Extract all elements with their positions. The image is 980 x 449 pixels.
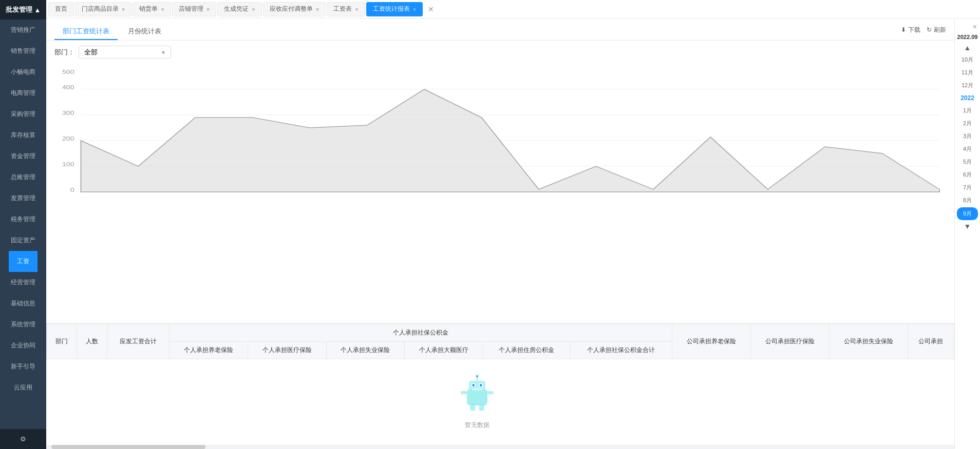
sidebar-item-发票管理[interactable]: 发票管理 [9, 188, 37, 209]
sidebar-item-云应用[interactable]: 云应用 [9, 377, 37, 398]
sidebar-item-系统管理[interactable]: 系统管理 [9, 314, 37, 335]
timeline-nav-up[interactable]: ▲ [963, 42, 973, 53]
timeline-month-5[interactable]: 5月 [955, 155, 980, 168]
download-icon: ⬇ [901, 26, 906, 33]
col-personal-housing: 个人承担住房公积金 [483, 342, 570, 359]
timeline-header: 2022.09 [956, 32, 979, 42]
sidebar-item-库存核算[interactable]: 库存核算 [9, 125, 37, 146]
sidebar-footer[interactable]: ⚙ [0, 429, 46, 449]
svg-text:300: 300 [62, 110, 74, 116]
timeline-close-button[interactable]: × [973, 23, 977, 31]
tab-首页[interactable]: 首页 [48, 2, 74, 16]
tab-label: 门店商品目录 [82, 5, 119, 13]
col-company-unemployment: 公司承担失业保险 [830, 324, 908, 359]
tab-label: 店铺管理 [179, 5, 203, 13]
tab-店铺管理[interactable]: 店铺管理× [172, 2, 216, 16]
download-label: 下载 [908, 26, 920, 34]
tab-close-icon[interactable]: × [316, 6, 319, 12]
col-company-medical: 公司承担医疗保险 [751, 324, 830, 359]
department-select[interactable]: 全部 [79, 46, 171, 58]
timeline-nav-down[interactable]: ▼ [963, 221, 973, 232]
timeline-month-4[interactable]: 4月 [955, 143, 980, 155]
svg-rect-23 [470, 404, 475, 411]
sidebar-header[interactable]: 批发管理 ▲ [0, 0, 46, 19]
sidebar-item-工资[interactable]: 工资 [9, 251, 37, 272]
sidebar-item-营销推广[interactable]: 营销推广 [9, 19, 37, 41]
timeline-month-8[interactable]: 8月 [955, 194, 980, 207]
sidebar-item-采购管理[interactable]: 采购管理 [9, 104, 37, 125]
svg-text:200: 200 [62, 135, 74, 142]
col-count: 人数 [77, 324, 107, 359]
svg-text:0: 0 [70, 187, 74, 193]
sidebar-item-销售管理[interactable]: 销售管理 [9, 41, 37, 62]
sidebar-item-资金管理[interactable]: 资金管理 [9, 146, 37, 167]
sidebar-item-经营管理[interactable]: 经营管理 [9, 272, 37, 293]
refresh-button[interactable]: ↻ 刷新 [927, 26, 946, 34]
svg-text:100: 100 [62, 161, 74, 167]
tab-close-icon[interactable]: × [206, 6, 210, 12]
timeline-month-12[interactable]: 12月 [955, 79, 980, 92]
filter-label: 部门： [54, 48, 74, 57]
tab-close-icon[interactable]: × [161, 6, 164, 12]
tab-工资表[interactable]: 工资表× [327, 2, 365, 16]
timeline-month-10[interactable]: 10月 [955, 53, 980, 66]
content-area: 部门工资统计表 月份统计表 ⬇ 下载 ↻ 刷新 部门： [46, 18, 954, 449]
toolbar-right: ⬇ 下载 ↻ 刷新 [901, 26, 946, 38]
sidebar-header-label: 批发管理 [6, 5, 32, 14]
tab-close-icon[interactable]: × [413, 6, 416, 12]
sub-tab-monthly[interactable]: 月份统计表 [120, 24, 169, 40]
col-company-pension: 公司承担养老保险 [672, 324, 751, 359]
tab-工资统计报表[interactable]: 工资统计报表× [366, 2, 423, 16]
tab-label: 工资统计报表 [373, 5, 410, 13]
tab-close-icon[interactable]: × [355, 6, 358, 12]
sidebar-item-税务管理[interactable]: 税务管理 [9, 209, 37, 230]
sub-tabs-bar: 部门工资统计表 月份统计表 ⬇ 下载 ↻ 刷新 [46, 18, 954, 41]
sidebar-item-小畅电商[interactable]: 小畅电商 [9, 62, 37, 83]
col-total-wage: 应发工资合计 [107, 324, 169, 359]
tab-应收应付调整单[interactable]: 应收应付调整单× [263, 2, 326, 16]
main-area: 首页门店商品目录×销货单×店铺管理×生成凭证×应收应付调整单×工资表×工资统计报… [46, 0, 980, 449]
tab-close-icon[interactable]: × [252, 6, 255, 12]
empty-robot-icon [457, 375, 498, 416]
tab-门店商品目录[interactable]: 门店商品目录× [75, 2, 131, 16]
close-all-button[interactable]: ✕ [428, 5, 434, 13]
sidebar-item-新手引导[interactable]: 新手引导 [9, 356, 37, 377]
sidebar-item-基础信息[interactable]: 基础信息 [9, 293, 37, 314]
tab-label: 销货单 [139, 5, 158, 13]
empty-text: 暂无数据 [465, 421, 489, 430]
tabs-container: 首页门店商品目录×销货单×店铺管理×生成凭证×应收应付调整单×工资表×工资统计报… [48, 2, 423, 16]
col-personal-total: 个人承担社保公积金合计 [570, 342, 672, 359]
sidebar-item-企业协同[interactable]: 企业协同 [9, 335, 37, 356]
sidebar-item-电商管理[interactable]: 电商管理 [9, 83, 37, 104]
timeline-month-2[interactable]: 2月 [955, 117, 980, 130]
tab-销货单[interactable]: 销货单× [133, 2, 171, 16]
col-personal-unemployment: 个人承担失业保险 [326, 342, 405, 359]
timeline-month-7[interactable]: 7月 [955, 181, 980, 194]
svg-point-19 [480, 384, 482, 386]
svg-point-26 [476, 375, 479, 378]
svg-point-18 [472, 384, 475, 386]
timeline-year-2022[interactable]: 2022 [955, 92, 980, 104]
download-button[interactable]: ⬇ 下载 [901, 26, 920, 34]
refresh-icon: ↻ [927, 26, 932, 33]
scrollbar-thumb[interactable] [51, 445, 205, 449]
tab-生成凭证[interactable]: 生成凭证× [217, 2, 261, 16]
timeline-month-1[interactable]: 1月 [955, 104, 980, 117]
timeline-month-6[interactable]: 6月 [955, 168, 980, 181]
svg-rect-21 [461, 391, 467, 394]
tab-close-icon[interactable]: × [122, 6, 125, 12]
tab-label: 工资表 [333, 5, 352, 13]
sidebar-item-固定资产[interactable]: 固定资产 [9, 230, 37, 251]
sidebar-items: 营销推广销售管理小畅电商电商管理采购管理库存核算资金管理总账管理发票管理税务管理… [9, 19, 37, 398]
svg-rect-22 [487, 391, 494, 394]
sidebar-item-总账管理[interactable]: 总账管理 [9, 167, 37, 188]
refresh-label: 刷新 [934, 26, 946, 34]
horizontal-scrollbar[interactable] [46, 445, 954, 449]
table-area: 部门 人数 应发工资合计 个人承担社保公积金 公司承担养老保险 公司承担医疗保险… [46, 323, 954, 445]
timeline-month-3[interactable]: 3月 [955, 130, 980, 143]
sub-tab-department[interactable]: 部门工资统计表 [54, 24, 118, 40]
timeline-month-11[interactable]: 11月 [955, 66, 980, 79]
svg-rect-20 [472, 388, 483, 390]
chart-svg: 0 100 200 300 400 500 [54, 69, 946, 197]
timeline-month-9[interactable]: 9月 [957, 207, 978, 220]
